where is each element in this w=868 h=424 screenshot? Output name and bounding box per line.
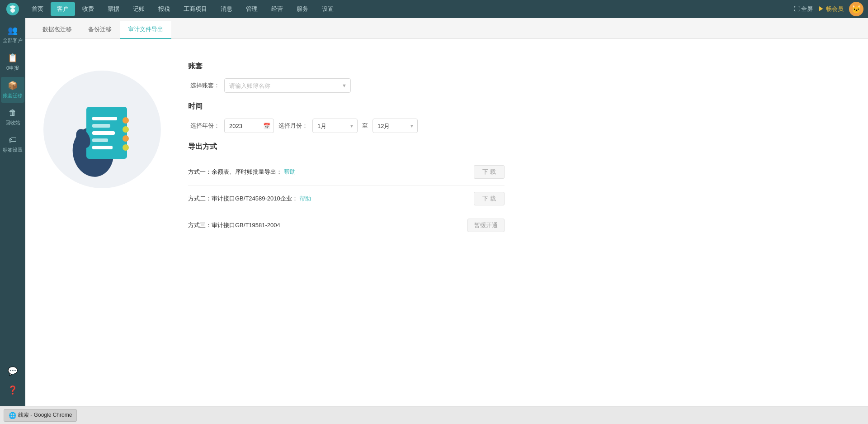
tab-audit-export[interactable]: 审计文件导出 [120,21,171,39]
member-button[interactable]: ▶ 畅会员 [818,5,844,13]
svg-rect-7 [92,138,108,142]
method-2-help-link[interactable]: 帮助 [299,195,311,202]
illustration-circle [43,71,161,188]
nav-fee[interactable]: 收费 [76,2,100,16]
svg-point-10 [123,126,129,133]
sidebar-label-tags: 标签设置 [3,147,23,153]
nav-service[interactable]: 服务 [290,2,315,16]
sidebar-label-declare: 0申报 [6,65,19,71]
recycle-icon: 🗑 [9,108,17,118]
sidebar-label-migrate: 账套迁移 [3,92,23,99]
chrome-icon: 🌐 [9,412,16,419]
sidebar-item-zero-declare[interactable]: 📋 0申报 [1,49,24,75]
svg-point-9 [123,117,129,124]
content-area: 数据包迁移 备份迁移 审计文件导出 [25,18,868,406]
declare-icon: 📋 [8,53,18,63]
nav-accounting[interactable]: 记账 [127,2,151,16]
nav-items: 首页 客户 收费 票据 记账 报税 工商项目 消息 管理 经营 服务 设置 [25,2,794,16]
tab-backup-migration[interactable]: 备份迁移 [80,21,120,39]
taskbar: 🌐 线索 - Google Chrome [0,406,868,424]
method-2-download-button[interactable]: 下 载 [474,192,505,205]
nav-business[interactable]: 工商项目 [177,2,213,16]
tab-data-migration[interactable]: 数据包迁移 [34,21,80,39]
sidebar-label-recycle: 回收站 [5,119,20,126]
nav-invoice[interactable]: 票据 [101,2,126,16]
year-label: 选择年份： [188,122,220,130]
tag-icon: 🏷 [9,135,17,145]
export-method-1: 方式一：余额表、序时账批量导出： 帮助 下 载 [188,159,505,186]
month-end-wrapper: 1月 2月 3月 4月 5月 6月 7月 8月 9月 10月 11月 12月 [373,119,418,133]
export-method-3: 方式三：审计接口GB/T19581-2004 暂缓开通 [188,212,505,238]
account-input[interactable] [229,82,346,89]
nav-operation[interactable]: 经营 [265,2,289,16]
user-avatar[interactable]: 🐱 [849,2,863,16]
nav-message[interactable]: 消息 [214,2,239,16]
svg-point-1 [10,8,15,13]
time-section-title: 时间 [188,102,505,111]
account-label: 选择账套： [188,81,220,90]
svg-point-11 [123,135,129,142]
export-section-title: 导出方式 [188,142,505,152]
nav-manage[interactable]: 管理 [240,2,264,16]
sidebar-bottom: 💬 ❓ [1,362,24,402]
tabs-bar: 数据包迁移 备份迁移 审计文件导出 [25,18,868,39]
sidebar-item-tag-settings[interactable]: 🏷 标签设置 [1,132,24,157]
chat-icon: 💬 [8,366,18,376]
account-row: 选择账套： ▼ [188,78,505,93]
nav-settings[interactable]: 设置 [316,2,340,16]
illustration-area [43,52,161,392]
method-2-text: 方式二：审计接口GB/T24589-2010企业： 帮助 [188,195,311,203]
nav-right: ⛶ 全屏 ▶ 畅会员 🐱 [794,2,863,16]
month-end-select[interactable]: 1月 2月 3月 4月 5月 6月 7月 8月 9月 10月 11月 12月 [373,119,418,133]
page-content: 账套 选择账套： ▼ 时间 选择年份： 📅 [25,39,868,406]
svg-point-12 [123,144,129,151]
method-3-text: 方式三：审计接口GB/T19581-2004 [188,221,280,229]
method-1-help-link[interactable]: 帮助 [284,168,296,175]
account-select[interactable]: ▼ [224,78,351,93]
form-area: 账套 选择账套： ▼ 时间 选择年份： 📅 [188,52,505,392]
month-start-select[interactable]: 1月 2月 3月 4月 5月 6月 7月 8月 9月 10月 11月 12月 [312,119,358,133]
year-input[interactable] [224,119,274,133]
account-section-title: 账套 [188,62,505,71]
svg-rect-6 [92,131,115,135]
sidebar-item-migrate[interactable]: 📦 账套迁移 [1,77,24,103]
month-start-wrapper: 1月 2月 3月 4月 5月 6月 7月 8月 9月 10月 11月 12月 [312,119,358,133]
month-label: 选择月份： [278,122,308,130]
main-layout: 👥 全部客户 📋 0申报 📦 账套迁移 🗑 回收站 🏷 标签设置 💬 ❓ [0,18,868,406]
method-1-download-button[interactable]: 下 载 [474,165,505,179]
time-row: 选择年份： 📅 选择月份： 1月 2月 3月 4月 5月 6月 [188,119,505,133]
help-icon: ❓ [8,385,18,395]
method-3-pending-button[interactable]: 暂缓开通 [467,219,505,232]
sidebar: 👥 全部客户 📋 0申报 📦 账套迁移 🗑 回收站 🏷 标签设置 💬 ❓ [0,18,25,406]
nav-customer[interactable]: 客户 [51,2,75,16]
svg-rect-8 [92,146,113,149]
customers-icon: 👥 [8,25,18,35]
nav-tax[interactable]: 报税 [152,2,176,16]
taskbar-item-label: 线索 - Google Chrome [18,411,72,419]
sidebar-chat[interactable]: 💬 [1,362,24,380]
fullscreen-button[interactable]: ⛶ 全屏 [794,5,813,13]
taskbar-chrome-item[interactable]: 🌐 线索 - Google Chrome [4,409,77,422]
sidebar-item-all-customers[interactable]: 👥 全部客户 [1,22,24,48]
export-method-2: 方式二：审计接口GB/T24589-2010企业： 帮助 下 载 [188,186,505,212]
method-1-text: 方式一：余额表、序时账批量导出： 帮助 [188,168,296,176]
nav-home[interactable]: 首页 [25,2,50,16]
year-input-wrapper: 📅 [224,119,274,133]
top-nav: 首页 客户 收费 票据 记账 报税 工商项目 消息 管理 经营 服务 设置 ⛶ … [0,0,868,18]
sidebar-label-customers: 全部客户 [3,37,23,44]
sidebar-item-recycle[interactable]: 🗑 回收站 [1,105,24,130]
svg-rect-4 [92,117,117,120]
migrate-icon: 📦 [8,81,18,91]
to-label: 至 [362,122,368,130]
app-logo[interactable] [5,1,21,17]
account-dropdown-icon: ▼ [342,83,347,88]
svg-rect-5 [92,124,110,128]
sidebar-help[interactable]: ❓ [1,381,24,399]
